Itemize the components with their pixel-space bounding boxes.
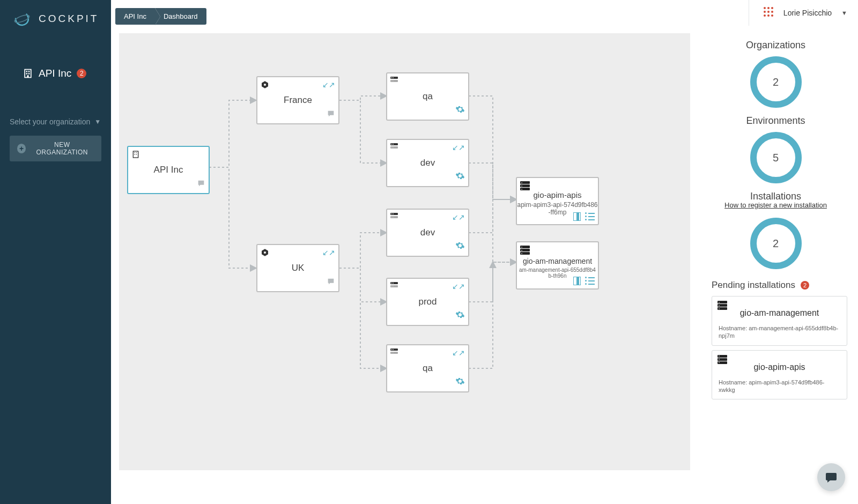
breadcrumb-label: API Inc (124, 12, 146, 20)
layers-icon (390, 77, 398, 83)
node-install-am[interactable]: gio-am-management am-management-api-655d… (516, 241, 599, 290)
summary-envs-heading: Environments (704, 115, 847, 127)
collapse-icon[interactable]: ↙↗ (452, 213, 465, 221)
breadcrumb: API Inc Dashboard (115, 8, 206, 25)
node-datacenter-france[interactable]: ↙↗ France (256, 76, 339, 124)
select-org-label: Select your organization (10, 117, 90, 126)
breadcrumb-item[interactable]: API Inc (115, 8, 155, 25)
breadcrumb-label: Dashboard (164, 12, 198, 20)
topology-canvas[interactable]: API Inc ↙↗ France ↙↗ UK qa ↙↗ dev (119, 33, 690, 470)
svg-rect-4 (28, 71, 30, 72)
node-env-qa-2[interactable]: ↙↗ qa (386, 344, 469, 392)
chat-icon (825, 471, 838, 484)
collapse-icon[interactable]: ↙↗ (452, 143, 465, 152)
pending-install-card[interactable]: gio-am-management Hostname: am-managemen… (712, 296, 847, 346)
layers-icon (390, 349, 398, 355)
svg-rect-5 (26, 73, 28, 75)
svg-rect-19 (136, 152, 137, 153)
svg-point-12 (767, 11, 770, 13)
summary-installs-heading: Installations (704, 191, 847, 202)
collapse-icon[interactable]: ↙↗ (322, 80, 335, 89)
node-env-qa[interactable]: qa (386, 72, 469, 121)
hexagon-icon (261, 80, 269, 91)
comment-icon[interactable] (197, 179, 205, 190)
node-title: gio-am-management (523, 257, 592, 265)
summary-orgs-heading: Organizations (704, 40, 847, 51)
collapse-icon[interactable]: ↙↗ (322, 248, 335, 257)
panel-icon[interactable] (573, 277, 581, 285)
node-env-dev[interactable]: ↙↗ dev (386, 139, 469, 187)
svg-point-25 (264, 251, 266, 254)
node-install-apim[interactable]: gio-apim-apis apim-apim3-api-574d9fb486-… (516, 177, 599, 225)
org-badge: 2 (77, 69, 86, 78)
gravitee-logo-icon (13, 10, 31, 28)
collapse-icon[interactable]: ↙↗ (452, 282, 465, 291)
node-title: prod (418, 297, 437, 307)
node-actions (573, 212, 595, 221)
node-org-root[interactable]: API Inc (127, 146, 210, 194)
layers-icon (390, 143, 398, 150)
pending-title: gio-apim-apis (719, 362, 840, 372)
node-title: gio-apim-apis (533, 190, 581, 199)
svg-point-10 (771, 7, 773, 9)
panel-icon[interactable] (573, 212, 581, 221)
svg-point-11 (764, 11, 766, 13)
pending-label: Pending installations (712, 280, 795, 291)
svg-rect-7 (27, 75, 28, 77)
summary-envs-count: 5 (750, 132, 802, 183)
collapse-icon[interactable]: ↙↗ (452, 349, 465, 357)
apps-grid-icon[interactable] (763, 6, 774, 20)
node-datacenter-uk[interactable]: ↙↗ UK (256, 244, 339, 292)
chat-button[interactable] (817, 463, 845, 491)
select-organization[interactable]: Select your organization ▼ (0, 117, 111, 126)
node-title: API Inc (154, 165, 183, 175)
svg-point-16 (771, 14, 773, 17)
summary-installs-count: 2 (750, 218, 802, 269)
comment-icon[interactable] (327, 277, 335, 288)
pending-install-card[interactable]: gio-apim-apis Hostname: apim-apim3-api-5… (712, 350, 847, 400)
summary-panel: Organizations 2 Environments 5 Installat… (699, 32, 858, 414)
svg-point-23 (264, 84, 266, 86)
node-title: qa (423, 91, 433, 102)
node-title: dev (420, 227, 435, 238)
gear-icon[interactable] (455, 171, 465, 183)
breadcrumb-item[interactable]: Dashboard (155, 8, 206, 25)
building-icon (131, 150, 140, 161)
pending-hostname: Hostname: am-management-api-655ddf8b4b-n… (719, 324, 840, 340)
building-icon (23, 68, 33, 79)
node-title: dev (420, 158, 435, 168)
server-icon (520, 246, 530, 255)
pending-title: gio-am-management (719, 308, 840, 318)
list-icon[interactable] (585, 212, 595, 221)
user-menu[interactable]: Lorie Pisicchio ▼ (749, 0, 847, 26)
sidebar: COCKPIT API Inc 2 Select your organizati… (0, 0, 111, 504)
gear-icon[interactable] (455, 376, 465, 388)
svg-rect-21 (136, 154, 137, 154)
node-title: France (284, 95, 312, 106)
gear-icon[interactable] (455, 310, 465, 322)
new-organization-button[interactable]: + NEW ORGANIZATION (10, 136, 101, 161)
svg-point-14 (764, 14, 766, 17)
node-env-dev-2[interactable]: ↙↗ dev (386, 209, 469, 257)
svg-point-13 (771, 11, 773, 13)
svg-rect-3 (26, 71, 28, 72)
new-org-label: NEW ORGANIZATION (30, 141, 94, 156)
sidebar-org[interactable]: API Inc 2 (0, 59, 111, 88)
node-title: qa (423, 363, 433, 374)
pending-badge: 2 (801, 281, 809, 290)
svg-point-15 (767, 14, 770, 17)
summary-orgs-count: 2 (750, 56, 802, 108)
node-env-prod[interactable]: ↙↗ prod (386, 278, 469, 326)
chevron-down-icon: ▼ (94, 118, 101, 125)
svg-point-8 (764, 7, 766, 9)
server-icon (718, 355, 727, 365)
layers-icon (390, 213, 398, 219)
server-icon (520, 181, 530, 191)
hexagon-icon (261, 248, 269, 259)
list-icon[interactable] (585, 277, 595, 285)
register-installation-link[interactable]: How to register a new installation (704, 201, 847, 209)
gear-icon[interactable] (455, 105, 465, 116)
header: API Inc Dashboard Lorie Pisicchio ▼ (111, 0, 858, 26)
gear-icon[interactable] (455, 241, 465, 253)
comment-icon[interactable] (327, 109, 335, 120)
